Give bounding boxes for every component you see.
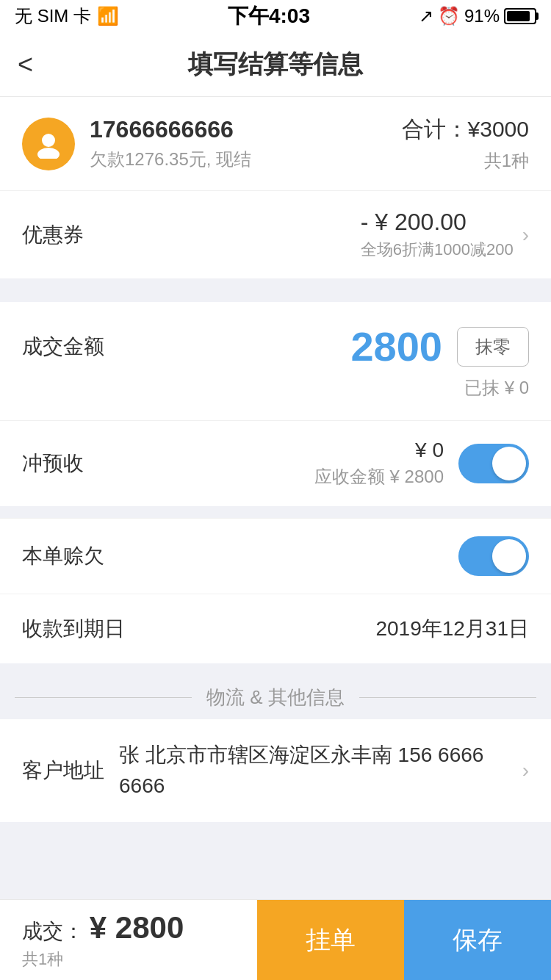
status-left: 无 SIM 卡 📶: [15, 4, 119, 28]
bottom-deal-amount: ¥ 2800: [90, 910, 184, 945]
due-date-label: 收款到期日: [22, 615, 125, 643]
wifi-icon: 📶: [97, 6, 119, 26]
user-phone: 17666666666: [90, 116, 251, 143]
user-row: 17666666666 欠款1276.35元, 现结 合计：¥3000 共1种: [0, 97, 551, 190]
prepay-toggle[interactable]: [458, 444, 529, 483]
bottom-deal-row: 成交： ¥ 2800: [22, 910, 235, 945]
coupon-label: 优惠券: [22, 221, 84, 249]
bottom-summary: 成交： ¥ 2800 共1种: [0, 910, 257, 970]
sim-text: 无 SIM 卡: [15, 4, 91, 28]
coupon-desc: 全场6折满1000减200: [361, 239, 514, 261]
prepay-label: 冲预收: [22, 450, 84, 478]
moca-button[interactable]: 抹零: [457, 327, 529, 367]
status-bar: 无 SIM 卡 📶 下午4:03 ↗ ⏰ 91%: [0, 0, 551, 32]
deferred-row: 本单赊欠: [0, 518, 551, 594]
user-sub-text: 欠款1276.35元, 现结: [90, 148, 251, 171]
battery-percent: 91%: [464, 6, 500, 26]
coupon-chevron-icon: ›: [522, 223, 529, 247]
gray-separator-3: [0, 663, 551, 675]
hang-button[interactable]: 挂单: [257, 900, 404, 981]
section-divider: 物流 & 其他信息: [0, 675, 551, 719]
user-right: 合计：¥3000 共1种: [402, 115, 529, 173]
address-value: 张 北京市市辖区海淀区永丰南 156 6666 6666: [119, 740, 508, 801]
prepay-toggle-knob: [492, 447, 526, 480]
page-title: 填写结算等信息: [188, 48, 363, 82]
gray-separator-1: [0, 290, 551, 302]
user-left: 17666666666 欠款1276.35元, 现结: [22, 116, 251, 171]
prepay-right: ¥ 0 应收金额 ¥ 2800: [314, 439, 529, 489]
svg-point-1: [37, 148, 60, 159]
svg-point-0: [42, 134, 55, 147]
deferred-toggle-knob: [492, 539, 526, 573]
user-card: 17666666666 欠款1276.35元, 现结 合计：¥3000 共1种 …: [0, 97, 551, 278]
avatar: [22, 118, 75, 170]
content: 17666666666 欠款1276.35元, 现结 合计：¥3000 共1种 …: [0, 97, 551, 980]
nav-header: < 填写结算等信息: [0, 32, 551, 97]
due-date-value: 2019年12月31日: [375, 615, 529, 643]
bottom-count: 共1种: [22, 948, 235, 970]
coupon-right: - ¥ 200.00 全场6折满1000减200 ›: [361, 209, 529, 261]
total-count: 共1种: [402, 149, 529, 173]
prepay-row: 冲预收 ¥ 0 应收金额 ¥ 2800: [0, 420, 551, 506]
deferred-label: 本单赊欠: [22, 542, 104, 570]
deferred-toggle[interactable]: [458, 536, 529, 576]
prepay-info: ¥ 0 应收金额 ¥ 2800: [314, 439, 444, 489]
status-right: ↗ ⏰ 91%: [419, 6, 536, 26]
amount-row: 成交金额 2800 抹零: [22, 323, 529, 370]
amount-value: 2800: [350, 323, 442, 370]
gray-separator-2: [0, 506, 551, 518]
section-divider-text: 物流 & 其他信息: [206, 685, 345, 710]
battery-icon: [504, 8, 536, 24]
due-date-row: 收款到期日 2019年12月31日: [0, 594, 551, 663]
coupon-row[interactable]: 优惠券 - ¥ 200.00 全场6折满1000减200 ›: [0, 190, 551, 278]
address-chevron-icon: ›: [522, 759, 529, 782]
alarm-icon: ⏰: [438, 6, 460, 26]
address-row[interactable]: 客户地址 张 北京市市辖区海淀区永丰南 156 6666 6666 ›: [0, 719, 551, 822]
prepay-amount: ¥ 0: [314, 439, 444, 462]
coupon-info: - ¥ 200.00 全场6折满1000减200: [361, 209, 514, 261]
amount-label: 成交金额: [22, 333, 104, 361]
status-time: 下午4:03: [228, 2, 310, 30]
amount-sub-text: 已抹 ¥ 0: [22, 376, 529, 400]
user-info: 17666666666 欠款1276.35元, 现结: [90, 116, 251, 171]
total-amount: 合计：¥3000: [402, 115, 529, 145]
back-button[interactable]: <: [18, 49, 33, 80]
save-button[interactable]: 保存: [404, 900, 551, 981]
address-label: 客户地址: [22, 757, 104, 785]
prepay-sub: 应收金额 ¥ 2800: [314, 465, 444, 489]
bottom-bar: 成交： ¥ 2800 共1种 挂单 保存: [0, 899, 551, 980]
location-icon: ↗: [419, 6, 433, 26]
amount-value-wrap: 2800 抹零: [350, 323, 529, 370]
coupon-amount: - ¥ 200.00: [361, 209, 514, 236]
bottom-deal-label: 成交：: [22, 920, 84, 943]
amount-section: 成交金额 2800 抹零 已抹 ¥ 0: [0, 302, 551, 420]
